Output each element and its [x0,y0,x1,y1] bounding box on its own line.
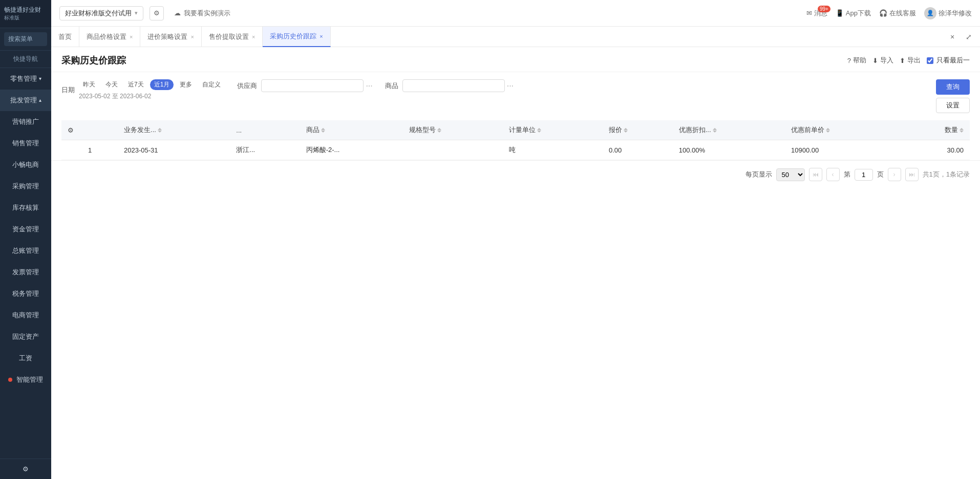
date-filter-label: 日期 [61,85,75,95]
sidebar-item-marketing[interactable]: 营销推广 [0,111,51,133]
th-pre-discount-price[interactable]: 优惠前单价 [785,120,900,140]
tab-home[interactable]: 首页 [51,27,79,47]
date-opt-custom[interactable]: 自定义 [198,79,225,90]
import-button[interactable]: ⬇ 导入 [872,56,893,65]
company-selector[interactable]: 好业财标准版交付试用 ▾ [59,6,143,20]
th-price[interactable]: 报价 [603,120,673,140]
headset-icon: 🎧 [879,9,887,17]
date-opt-last1m[interactable]: 近1月 [150,79,174,90]
sidebar-item-payroll[interactable]: 工资 [0,347,51,369]
search-menu-button[interactable]: 搜索菜单 [4,32,47,46]
product-filter-group: 商品 ··· [385,79,514,92]
filter-bar: 日期 昨天 今天 近7天 近1月 更多 自定义 2023-05-02 至 202… [51,72,980,120]
sidebar-item-tax[interactable]: 税务管理 [0,283,51,304]
sidebar-item-retail[interactable]: 零售管理 ▾ [0,68,51,90]
pagination: 每页显示 50 10 20 100 ⏮ ‹ 第 页 › ⏭ 共1页，1条记录 [51,160,980,188]
mobile-icon: 📱 [836,9,844,17]
supplier-filter-group: 供应商 ··· [237,79,372,92]
page-input[interactable] [855,169,873,181]
date-opt-last7[interactable]: 近7天 [124,79,148,90]
tab-purchase-strategy[interactable]: 进价策略设置 × [140,27,201,47]
sidebar-item-wholesale-label: 批发管理 [10,96,37,105]
th-qty-label: 数量 [945,125,958,135]
sidebar-item-ecomm[interactable]: 电商管理 [0,304,51,326]
th-dots[interactable]: ... [230,120,300,140]
close-tab-button[interactable]: × [945,30,960,44]
topbar-gear-button[interactable]: ⚙ [150,6,164,20]
demo-button[interactable]: ☁ 我要看实例演示 [174,9,230,18]
sidebar-item-finance[interactable]: 资金管理 [0,219,51,240]
td-index: 1 [82,140,118,160]
close-icon[interactable]: × [130,34,133,40]
last-page-button[interactable]: ⏭ [905,168,919,181]
td-price: 0.00 [603,140,673,160]
page-current-label: 第 [844,170,850,179]
sidebar-item-marketing-label: 营销推广 [12,118,39,125]
th-product[interactable]: 商品 [300,120,403,140]
topbar: 好业财标准版交付试用 ▾ ⚙ ☁ 我要看实例演示 ✉ 消息 99+ 📱 App下… [51,0,980,27]
column-gear-icon: ⚙ [68,126,74,134]
sidebar-item-assets[interactable]: 固定资产 [0,326,51,347]
product-input[interactable] [402,79,505,92]
date-opt-more[interactable]: 更多 [176,79,196,90]
sidebar-search-area[interactable]: 搜索菜单 [0,28,51,51]
user-menu-button[interactable]: 👤 徐泽华修改 [924,7,972,19]
th-gear[interactable]: ⚙ [61,120,82,140]
sidebar-item-smart[interactable]: 智能管理 [0,369,51,390]
sidebar-item-inventory[interactable]: 库存核算 [0,197,51,219]
supplier-input[interactable] [261,79,364,92]
sidebar-item-purchase[interactable]: 采购管理 [0,176,51,197]
sidebar-item-wholesale[interactable]: 批发管理 ▴ [0,90,51,111]
sidebar-item-sales[interactable]: 销售管理 [0,133,51,154]
product-dots[interactable]: ··· [507,81,514,91]
page-size-select[interactable]: 50 10 20 100 [776,168,805,181]
table-row: 1 2023-05-31 浙江... 丙烯酸-2-... 吨 0.00 100.… [61,140,970,160]
close-icon[interactable]: × [190,34,194,40]
app-name: 畅捷通好业财 [4,6,41,14]
sidebar-item-ledger-label: 总账管理 [12,247,39,254]
notification-button[interactable]: ✉ 消息 99+ [806,9,827,18]
page-title: 采购历史价跟踪 [61,54,126,67]
td-product: 丙烯酸-2-... [300,140,403,160]
sidebar-item-ecomm-small[interactable]: 小畅电商 [0,154,51,176]
sidebar-settings[interactable]: ⚙ [0,459,51,479]
sidebar-item-ledger[interactable]: 总账管理 [0,240,51,262]
th-discount[interactable]: 优惠折扣... [673,120,785,140]
supplier-dots[interactable]: ··· [366,81,372,91]
demo-label: 我要看实例演示 [184,9,230,18]
sidebar-item-ecomm-label: 电商管理 [12,311,39,319]
tab-purchase-history-label: 采购历史价跟踪 [270,32,316,41]
page: 采购历史价跟踪 ? 帮助 ⬇ 导入 ⬆ 导出 [51,47,980,479]
tab-price[interactable]: 商品价格设置 × [79,27,140,47]
tab-sale-price[interactable]: 售价提取设置 × [202,27,263,47]
td-spec [403,140,503,160]
filter-actions: 查询 设置 [936,79,970,113]
only-last-checkbox[interactable] [927,57,933,64]
th-spec[interactable]: 规格型号 [403,120,503,140]
th-qty[interactable]: 数量 [900,120,970,140]
close-icon[interactable]: × [319,33,323,39]
td-pre-discount-price: 10900.00 [785,140,900,160]
sort-icon [158,128,162,133]
query-button[interactable]: 查询 [936,79,970,95]
help-button[interactable]: ? 帮助 [847,56,866,65]
sidebar-item-smart-label: 智能管理 [16,376,43,383]
th-unit[interactable]: 计量单位 [503,120,603,140]
tab-price-label: 商品价格设置 [87,32,126,41]
online-service-button[interactable]: 🎧 在线客服 [879,9,916,18]
tab-purchase-history[interactable]: 采购历史价跟踪 × [263,27,330,47]
prev-page-button[interactable]: ‹ [826,168,840,181]
sidebar-item-invoice[interactable]: 发票管理 [0,262,51,283]
product-input-wrap: ··· [402,79,514,92]
close-icon[interactable]: × [252,34,255,40]
app-download-button[interactable]: 📱 App下载 [836,9,871,18]
next-page-button[interactable]: › [888,168,901,181]
date-opt-yesterday[interactable]: 昨天 [79,79,99,90]
export-button[interactable]: ⬆ 导出 [900,56,921,65]
first-page-button[interactable]: ⏮ [809,168,822,181]
filter-settings-button[interactable]: 设置 [936,98,970,113]
date-opt-today[interactable]: 今天 [101,79,122,90]
th-date[interactable]: 业务发生... [118,120,230,140]
maximize-tab-button[interactable]: ⤢ [962,30,976,44]
sidebar-quicknav[interactable]: 快捷导航 [0,51,51,68]
